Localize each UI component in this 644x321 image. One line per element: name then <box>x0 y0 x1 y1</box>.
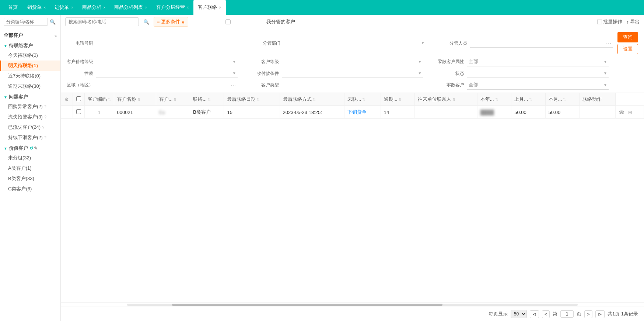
filter-cust-level-select[interactable]: ▼ <box>282 58 423 66</box>
nav-sales-order-close[interactable]: × <box>43 5 46 10</box>
help-icon-3[interactable]: ? <box>42 125 44 130</box>
filter-cust-level: 客户等级 ▼ <box>252 58 423 66</box>
nav-sales-order[interactable]: 销货单 × <box>23 0 50 15</box>
filter-retail-cust-caret: ▼ <box>603 83 607 87</box>
filter-phone-input[interactable] <box>96 39 239 47</box>
filter-retail-attr-select[interactable]: 全部 ▼ <box>467 57 609 66</box>
help-icon-4[interactable]: ? <box>44 135 46 140</box>
sidebar-item-today-contact[interactable]: 今天待联络(0) <box>0 50 60 61</box>
filter-dept-select[interactable]: ▼ <box>283 39 426 47</box>
col-this-year-sort[interactable]: ⇅ <box>495 97 498 101</box>
page-size-select[interactable]: 50 <box>511 310 527 318</box>
search-button[interactable]: 🔍 <box>142 19 151 25</box>
col-contact-count-sort[interactable]: ⇅ <box>208 97 211 101</box>
row-last-contact-method-link[interactable]: 下销货单 <box>347 109 367 115</box>
nav-product-analysis[interactable]: 商品分析 × <box>78 0 110 15</box>
set-button[interactable]: 设置 <box>617 44 638 54</box>
sidebar-item-tomorrow-contact[interactable]: 明天待联络(1) <box>0 61 60 71</box>
col-customer-code-sort[interactable]: ⇅ <box>108 97 111 101</box>
filter-price-level-select[interactable]: ▼ <box>96 58 238 66</box>
batch-operation-button[interactable]: 批量操作 <box>597 18 622 25</box>
my-customer-checkbox[interactable] <box>191 20 265 24</box>
sidebar-item-c-class[interactable]: C类客户(6) <box>0 184 60 194</box>
page-number-input[interactable] <box>560 310 574 318</box>
last-page-button[interactable]: ⊳ <box>595 310 605 318</box>
row-action-grid-icon[interactable]: ⊞ <box>628 110 632 115</box>
filter-phone: 电话号码 <box>67 39 239 47</box>
sidebar-item-churn-warning[interactable]: 流失预警客户(3) ? <box>0 112 60 122</box>
sidebar-item-ungrouped[interactable]: 未分组(32) <box>0 153 60 163</box>
row-name: Ea <box>156 106 190 119</box>
next-page-button[interactable]: > <box>584 310 592 318</box>
horizontal-scrollbar[interactable] <box>61 302 644 307</box>
sidebar-item-repurchase-abnormal[interactable]: 回购异常客户(2) ? <box>0 101 60 112</box>
sidebar-item-a-class[interactable]: A类客户(1) <box>0 163 60 173</box>
filter-payment-select[interactable]: ▼ <box>282 69 423 77</box>
sidebar-collapse-icon[interactable]: « <box>55 33 57 38</box>
filter-bar-right: 批量操作 ↑ 导出 <box>597 18 640 25</box>
row-this-month <box>580 106 616 119</box>
filter-person-select[interactable]: ··· <box>470 39 613 48</box>
adv-filter-row-3: 性质 ▼ 收付款条件 ▼ 状态 <box>67 69 638 77</box>
nav-customer-contact-close[interactable]: × <box>219 5 221 10</box>
value-group-edit[interactable]: ✎ <box>34 146 38 151</box>
scrollbar-thumb[interactable] <box>172 304 442 306</box>
th-last-contact-method: 最后联络方式 ⇅ <box>280 93 344 106</box>
filter-region-select[interactable]: ··· <box>96 81 238 89</box>
nav-customer-tier[interactable]: 客户分层经营 × <box>152 0 193 15</box>
nav-purchase-order[interactable]: 进货单 × <box>50 0 77 15</box>
filter-region-dots: ··· <box>231 82 236 88</box>
help-icon-1[interactable]: ? <box>44 104 46 109</box>
col-overdue-sort[interactable]: ⇅ <box>399 97 402 101</box>
sidebar-search-input[interactable] <box>4 18 48 26</box>
col-customer-name-label: 客户名称 <box>117 96 136 103</box>
sidebar-item-declining[interactable]: 持续下滑客户(2) ? <box>0 132 60 143</box>
scrollbar-track[interactable] <box>127 304 578 306</box>
col-last-month-label: 上月... <box>514 96 528 103</box>
sidebar-item-7days-contact[interactable]: 近7天待联络(0) <box>0 71 60 81</box>
col-un-contact-sort[interactable]: ⇅ <box>362 97 365 101</box>
prev-page-button[interactable]: < <box>542 310 550 318</box>
sidebar-search-icon[interactable]: 🔍 <box>50 19 56 25</box>
filter-retail-cust-select[interactable]: 全部 ▼ <box>467 80 609 90</box>
row-action-phone-icon[interactable]: ☎ <box>619 110 624 115</box>
export-button[interactable]: ↑ 导出 <box>627 18 640 25</box>
sidebar-item-overdue-contact[interactable]: 逾期未联络(30) <box>0 81 60 92</box>
nav-sales-order-label: 销货单 <box>27 4 42 11</box>
nav-purchase-order-close[interactable]: × <box>71 5 73 10</box>
sidebar-item-churned[interactable]: 已流失客户(24) ? <box>0 122 60 132</box>
query-button[interactable]: 查询 <box>617 32 638 42</box>
nav-customer-tier-close[interactable]: × <box>187 5 189 10</box>
col-customer-type-sort[interactable]: ⇅ <box>174 97 176 101</box>
value-group-refresh[interactable]: ↺ <box>29 146 33 151</box>
col-last-contact-method-sort[interactable]: ⇅ <box>313 97 316 101</box>
filter-status-select[interactable]: ▼ <box>467 69 609 77</box>
my-customer-filter[interactable]: 我分管的客户 <box>191 18 295 25</box>
gear-icon[interactable]: ⚙ <box>64 97 69 102</box>
more-filter-button[interactable]: ≡ 更多条件 ∧ <box>154 17 188 27</box>
nav-customer-contact[interactable]: 客户联络 × <box>193 0 225 15</box>
select-all-checkbox[interactable] <box>76 96 81 101</box>
nav-product-analysis-list[interactable]: 商品分析列表 × <box>110 0 151 15</box>
nav-home[interactable]: 首页 <box>3 0 23 15</box>
filter-cust-type-select[interactable] <box>282 81 423 89</box>
nav-product-analysis-list-close[interactable]: × <box>145 5 147 10</box>
first-page-button[interactable]: ⊲ <box>530 310 539 318</box>
help-icon-2[interactable]: ? <box>44 115 46 119</box>
search-input[interactable] <box>65 17 139 26</box>
nav-product-analysis-close[interactable]: × <box>103 5 105 10</box>
col-last-month-sort[interactable]: ⇅ <box>529 97 532 101</box>
problem-group-label: 问题客户 <box>9 94 28 100</box>
col-contacts-sort[interactable]: ⇅ <box>452 97 455 101</box>
filter-dept-label: 分管部门 <box>254 40 283 46</box>
row-checkbox[interactable] <box>76 109 81 114</box>
col-un-contact-label: 未联... <box>347 96 361 103</box>
sidebar-item-b-class[interactable]: B类客户(33) <box>0 173 60 184</box>
sidebar-item-ungrouped-label: 未分组(32) <box>8 155 31 161</box>
all-customers-label[interactable]: 全部客户 <box>4 32 23 39</box>
filter-cust-level-caret: ▼ <box>418 60 421 64</box>
col-customer-name-sort[interactable]: ⇅ <box>137 97 140 101</box>
col-last-contact-date-sort[interactable]: ⇅ <box>257 97 260 101</box>
col-this-month-sort[interactable]: ⇅ <box>563 97 566 101</box>
filter-nature-select[interactable]: ▼ <box>96 69 238 77</box>
